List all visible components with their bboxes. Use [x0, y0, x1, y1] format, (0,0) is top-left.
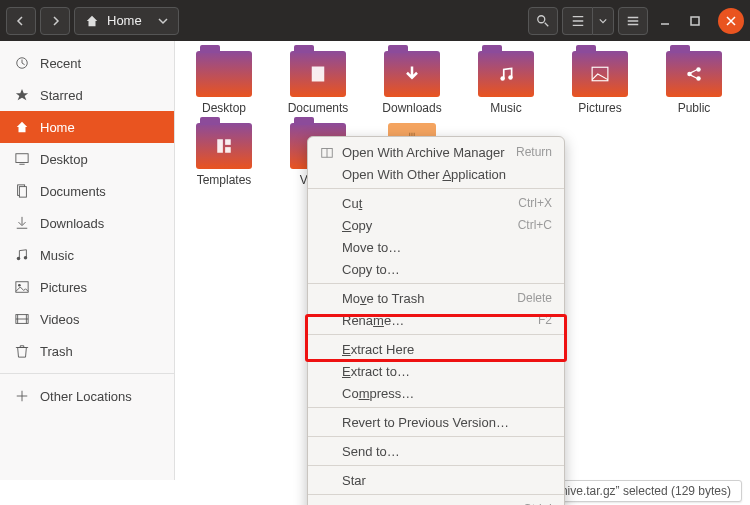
- svg-rect-19: [225, 140, 231, 146]
- folder-music[interactable]: Music: [471, 51, 541, 115]
- minimize-button[interactable]: [652, 8, 678, 34]
- sidebar-item-label: Starred: [40, 88, 83, 103]
- pictures-icon: [590, 65, 610, 83]
- chevron-right-icon: [50, 16, 60, 26]
- svg-point-9: [18, 284, 21, 287]
- svg-point-13: [508, 75, 513, 80]
- menu-label: Star: [342, 473, 366, 488]
- music-icon: [497, 65, 515, 83]
- sidebar-item-documents[interactable]: Documents: [0, 175, 174, 207]
- sidebar-item-label: Trash: [40, 344, 73, 359]
- sidebar-item-home[interactable]: Home: [0, 111, 174, 143]
- menu-compress[interactable]: Compress…: [308, 382, 564, 404]
- sidebar-item-label: Documents: [40, 184, 106, 199]
- folder-downloads[interactable]: Downloads: [377, 51, 447, 115]
- sidebar-item-label: Music: [40, 248, 74, 263]
- sidebar-item-other-locations[interactable]: Other Locations: [0, 380, 174, 412]
- chevron-down-icon: [599, 17, 607, 25]
- sidebar-item-music[interactable]: Music: [0, 239, 174, 271]
- menu-label: Open With Archive Manager: [342, 145, 505, 160]
- hamburger-icon: [626, 14, 640, 28]
- menu-copy-to[interactable]: Copy to…: [308, 258, 564, 280]
- view-dropdown-button[interactable]: [592, 7, 614, 35]
- download-icon: [402, 64, 422, 84]
- close-icon: [726, 16, 736, 26]
- search-button[interactable]: [528, 7, 558, 35]
- star-icon: [14, 88, 30, 102]
- folder-desktop[interactable]: Desktop: [189, 51, 259, 115]
- menu-label: Rename…: [342, 313, 404, 328]
- menu-extract-to[interactable]: Extract to…: [308, 360, 564, 382]
- sidebar-item-desktop[interactable]: Desktop: [0, 143, 174, 175]
- svg-rect-3: [16, 154, 28, 163]
- file-label: Music: [471, 101, 541, 115]
- menu-label: Extract to…: [342, 364, 410, 379]
- chevron-left-icon: [16, 16, 26, 26]
- context-menu: Open With Archive Manager Return Open Wi…: [307, 136, 565, 505]
- folder-documents[interactable]: Documents: [283, 51, 353, 115]
- svg-point-12: [500, 76, 505, 81]
- sidebar-item-videos[interactable]: Videos: [0, 303, 174, 335]
- music-icon: [14, 248, 30, 262]
- menu-move-to[interactable]: Move to…: [308, 236, 564, 258]
- maximize-button[interactable]: [682, 8, 708, 34]
- sidebar-item-label: Pictures: [40, 280, 87, 295]
- path-label: Home: [107, 13, 142, 28]
- menu-revert[interactable]: Revert to Previous Version…: [308, 411, 564, 433]
- sidebar-item-pictures[interactable]: Pictures: [0, 271, 174, 303]
- menu-open-other-app[interactable]: Open With Other Application: [308, 163, 564, 185]
- sidebar-item-starred[interactable]: Starred: [0, 79, 174, 111]
- folder-templates[interactable]: Templates: [189, 123, 259, 202]
- sidebar-item-label: Downloads: [40, 216, 104, 231]
- menu-cut[interactable]: Cut Ctrl+X: [308, 192, 564, 214]
- chevron-down-icon: [158, 16, 168, 26]
- svg-point-6: [17, 257, 21, 261]
- sidebar-item-recent[interactable]: Recent: [0, 47, 174, 79]
- nav-back-button[interactable]: [6, 7, 36, 35]
- pictures-icon: [14, 280, 30, 294]
- menu-label: Compress…: [342, 386, 414, 401]
- sidebar-item-downloads[interactable]: Downloads: [0, 207, 174, 239]
- svg-rect-5: [19, 187, 26, 198]
- svg-rect-18: [217, 140, 223, 154]
- svg-rect-20: [225, 148, 231, 154]
- svg-point-7: [24, 256, 28, 260]
- sidebar-item-label: Home: [40, 120, 75, 135]
- menu-label: Extract Here: [342, 342, 414, 357]
- folder-pictures[interactable]: Pictures: [565, 51, 635, 115]
- folder-public[interactable]: Public: [659, 51, 729, 115]
- menu-move-to-trash[interactable]: Move to Trash Delete: [308, 287, 564, 309]
- menu-copy[interactable]: Copy Ctrl+C: [308, 214, 564, 236]
- titlebar: Home: [0, 0, 750, 41]
- menu-label: Properties: [342, 502, 401, 506]
- file-label: Pictures: [565, 101, 635, 115]
- svg-rect-8: [16, 282, 28, 293]
- hamburger-button[interactable]: [618, 7, 648, 35]
- view-list-button[interactable]: [562, 7, 592, 35]
- menu-accel: Delete: [517, 291, 552, 305]
- archive-manager-icon: [320, 145, 334, 159]
- file-label: Documents: [283, 101, 353, 115]
- menu-label: Send to…: [342, 444, 400, 459]
- sidebar-item-trash[interactable]: Trash: [0, 335, 174, 367]
- menu-accel: Ctrl+C: [518, 218, 552, 232]
- menu-properties[interactable]: Properties Ctrl+I: [308, 498, 564, 505]
- nav-forward-button[interactable]: [40, 7, 70, 35]
- menu-accel: Return: [516, 145, 552, 159]
- path-button[interactable]: Home: [74, 7, 179, 35]
- menu-star[interactable]: Star: [308, 469, 564, 491]
- menu-label: Open With Other Application: [342, 167, 506, 182]
- menu-extract-here[interactable]: Extract Here: [308, 338, 564, 360]
- file-label: Downloads: [377, 101, 447, 115]
- menu-open-archive-manager[interactable]: Open With Archive Manager Return: [308, 141, 564, 163]
- menu-label: Copy: [342, 218, 372, 233]
- close-button[interactable]: [718, 8, 744, 34]
- menu-send-to[interactable]: Send to…: [308, 440, 564, 462]
- svg-point-0: [538, 15, 545, 22]
- plus-icon: [14, 389, 30, 403]
- trash-icon: [14, 344, 30, 358]
- list-icon: [571, 14, 585, 28]
- share-icon: [685, 65, 703, 83]
- sidebar-item-label: Other Locations: [40, 389, 132, 404]
- menu-rename[interactable]: Rename… F2: [308, 309, 564, 331]
